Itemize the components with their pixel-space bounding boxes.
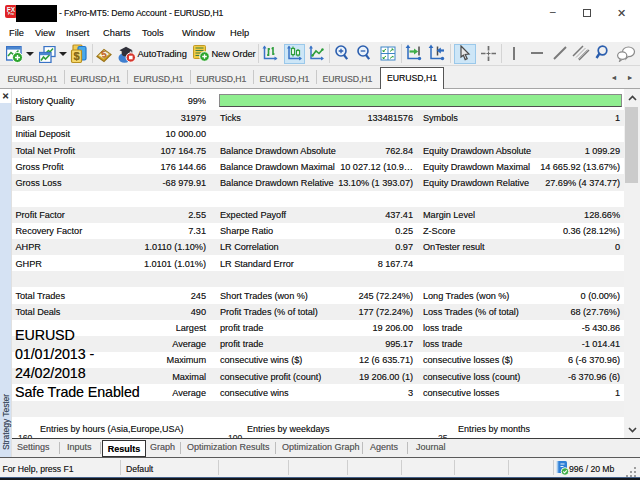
svg-text:$: $: [73, 50, 79, 62]
